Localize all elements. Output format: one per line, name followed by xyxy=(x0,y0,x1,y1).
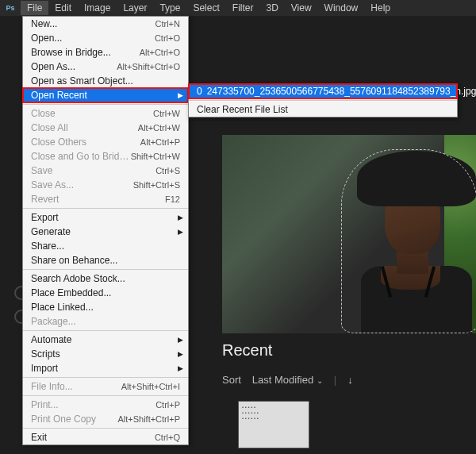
menu-exit[interactable]: ExitCtrl+Q xyxy=(23,430,188,444)
menu-export[interactable]: Export▶ xyxy=(23,210,188,225)
menu-place-embedded[interactable]: Place Embedded... xyxy=(23,286,188,300)
menu-close-all[interactable]: Close AllAlt+Ctrl+W xyxy=(23,121,188,135)
menu-save-as[interactable]: Save As...Shift+Ctrl+S xyxy=(23,178,188,192)
menu-view[interactable]: View xyxy=(285,1,318,15)
submenu-arrow-icon: ▶ xyxy=(178,214,183,221)
submenu-arrow-icon: ▶ xyxy=(178,91,183,99)
menu-search-adobe-stock[interactable]: Search Adobe Stock... xyxy=(23,271,188,286)
recent-section: Recent Sort Last Modified ⌄ | ↓ xyxy=(222,341,476,386)
menu-browse-bridge[interactable]: Browse in Bridge...Alt+Ctrl+O xyxy=(23,45,188,60)
menu-help[interactable]: Help xyxy=(364,1,397,15)
menu-scripts[interactable]: Scripts▶ xyxy=(23,347,188,361)
clear-recent-list[interactable]: Clear Recent File List xyxy=(189,102,457,117)
menu-package[interactable]: Package... xyxy=(23,314,188,329)
menu-import[interactable]: Import▶ xyxy=(23,361,188,375)
menu-select[interactable]: Select xyxy=(186,1,225,15)
menu-print-one[interactable]: Print One CopyAlt+Shift+Ctrl+P xyxy=(23,412,188,426)
menubar: Ps File Edit Image Layer Type Select Fil… xyxy=(0,0,476,16)
sort-row: Sort Last Modified ⌄ | ↓ xyxy=(222,374,476,386)
menu-share-behance[interactable]: Share on Behance... xyxy=(23,253,188,267)
recent-thumbnail[interactable]: • • • • •• • • • • •• • • • • • xyxy=(238,401,309,448)
submenu-arrow-icon: ▶ xyxy=(178,350,183,358)
menu-print[interactable]: Print...Ctrl+P xyxy=(23,398,188,412)
recent-file-0[interactable]: 0 247335700_2536500566775438_55760911848… xyxy=(189,84,457,98)
app-logo: Ps xyxy=(3,2,17,14)
sort-dropdown[interactable]: Last Modified ⌄ xyxy=(252,374,323,386)
menu-file-info[interactable]: File Info...Alt+Shift+Ctrl+I xyxy=(23,379,188,394)
menu-open-recent[interactable]: Open Recent▶ xyxy=(23,88,188,102)
menu-generate[interactable]: Generate▶ xyxy=(23,225,188,239)
recent-title: Recent xyxy=(222,341,476,360)
menu-close[interactable]: CloseCtrl+W xyxy=(23,106,188,121)
menu-share[interactable]: Share... xyxy=(23,239,188,253)
menu-type[interactable]: Type xyxy=(153,1,186,15)
menu-filter[interactable]: Filter xyxy=(226,1,260,15)
sort-label: Sort xyxy=(222,374,241,386)
menu-file[interactable]: File xyxy=(21,1,48,15)
menu-layer[interactable]: Layer xyxy=(117,1,153,15)
menu-save[interactable]: SaveCtrl+S xyxy=(23,164,188,178)
chevron-down-icon: ⌄ xyxy=(317,376,323,385)
menu-window[interactable]: Window xyxy=(318,1,365,15)
menu-close-bridge[interactable]: Close and Go to Bridge...Shift+Ctrl+W xyxy=(23,149,188,164)
canvas-thumbnail xyxy=(222,135,476,333)
menu-open-smart[interactable]: Open as Smart Object... xyxy=(23,74,188,88)
submenu-arrow-icon: ▶ xyxy=(178,228,183,236)
menu-edit[interactable]: Edit xyxy=(48,1,78,15)
submenu-arrow-icon: ▶ xyxy=(178,336,183,344)
menu-close-others[interactable]: Close OthersAlt+Ctrl+P xyxy=(23,135,188,149)
submenu-arrow-icon: ▶ xyxy=(178,364,183,372)
menu-new[interactable]: New...Ctrl+N xyxy=(23,17,188,31)
menu-image[interactable]: Image xyxy=(78,1,117,15)
menu-3d[interactable]: 3D xyxy=(259,1,284,15)
menu-revert[interactable]: RevertF12 xyxy=(23,192,188,206)
file-dropdown: New...Ctrl+N Open...Ctrl+O Browse in Bri… xyxy=(22,16,189,445)
menu-open-as[interactable]: Open As...Alt+Shift+Ctrl+O xyxy=(23,60,188,74)
menu-open[interactable]: Open...Ctrl+O xyxy=(23,31,188,45)
menu-automate[interactable]: Automate▶ xyxy=(23,333,188,347)
open-recent-submenu: 0 247335700_2536500566775438_55760911848… xyxy=(188,83,458,117)
sort-direction-button[interactable]: ↓ xyxy=(347,374,353,386)
menu-place-linked[interactable]: Place Linked... xyxy=(23,300,188,314)
